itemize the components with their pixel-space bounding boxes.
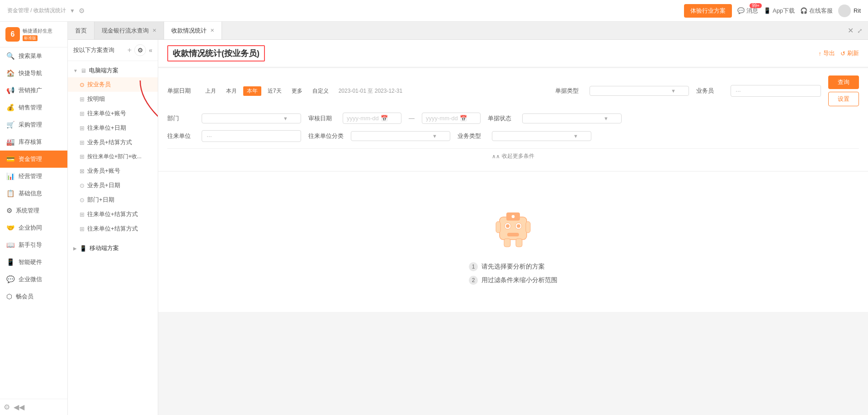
collapse-panel-icon[interactable]: « xyxy=(149,47,152,54)
counterpart-label: 往来单位 xyxy=(167,132,194,140)
scheme-item-salesperson-date[interactable]: ⊙ 业务员+日期 xyxy=(68,178,158,193)
sidebar-item-member[interactable]: ⬡ 畅会员 xyxy=(0,288,67,305)
collapse-bar[interactable]: ∧∧ 收起更多条件 xyxy=(167,148,859,164)
sidebar-item-inventory[interactable]: 🏭 库存核算 xyxy=(0,133,67,151)
counterpart-select[interactable]: ··· xyxy=(202,130,301,142)
scheme-item-by-detail[interactable]: ⊞ 按明细 xyxy=(68,92,158,106)
member-icon: ⬡ xyxy=(6,292,12,301)
user-avatar[interactable]: Rit xyxy=(838,5,861,17)
scheme-item-counterpart-settlement1[interactable]: ⊞ 往来单位+结算方式 xyxy=(68,207,158,222)
review-date-start[interactable]: yyyy-mm-dd 📅 xyxy=(343,113,401,124)
date-tab-this-year[interactable]: 本年 xyxy=(243,86,261,96)
tab-collection-close[interactable]: ✕ xyxy=(210,28,214,33)
sidebar-item-basic[interactable]: 📋 基础信息 xyxy=(0,185,67,202)
scheme-label-spa: 业务员+账号 xyxy=(87,167,120,175)
date-tab-custom[interactable]: 自定义 xyxy=(309,86,332,96)
scheme-label-spd: 业务员+日期 xyxy=(87,181,120,189)
scheme-item-counterpart-settlement2[interactable]: ⊞ 往来单位+结算方式 xyxy=(68,222,158,236)
scheme-item-by-salesperson[interactable]: ⊙ 按业务员 xyxy=(68,77,158,92)
mobile-label: 移动端方案 xyxy=(90,244,119,252)
date-tab-last-month[interactable]: 上月 xyxy=(202,86,220,96)
refresh-icon: ↺ xyxy=(840,50,845,57)
date-tab-more[interactable]: 更多 xyxy=(288,86,306,96)
sidebar-item-guide[interactable]: 📖 新手引导 xyxy=(0,236,67,254)
svg-rect-9 xyxy=(526,222,530,233)
setting-button[interactable]: 设置 xyxy=(828,92,859,106)
app-download-button[interactable]: 📱 App下载 xyxy=(764,7,795,15)
dropdown-icon[interactable]: ▼ xyxy=(70,8,75,14)
refresh-button[interactable]: ↺ 刷新 xyxy=(840,49,859,57)
filter-row-2: 部门 ▼ 审核日期 yyyy-mm-dd 📅 — yyyy-mm-dd 📅 xyxy=(167,113,859,124)
sidebar-item-sales[interactable]: 💰 销售管理 xyxy=(0,99,67,116)
scheme-icon-cpd: ⊞ xyxy=(80,125,85,132)
export-button[interactable]: ↑ 导出 xyxy=(819,49,835,57)
sidebar-item-system[interactable]: ⚙ 系统管理 xyxy=(0,202,67,219)
scheme-item-dept-date[interactable]: ⊙ 部门+日期 xyxy=(68,193,158,207)
scheme-item-counterpart-date[interactable]: ⊞ 往来单位+日期 xyxy=(68,121,158,135)
scheme-item-salesperson-settlement[interactable]: ⊞ 业务员+结算方式 xyxy=(68,135,158,150)
collapse-sidebar-icon[interactable]: ◀◀ xyxy=(14,403,24,411)
tab-bank-close[interactable]: ✕ xyxy=(152,28,156,33)
scheme-group-mobile-title[interactable]: ▶ 📱 移动端方案 xyxy=(68,241,158,255)
sidebar-label-inventory: 库存核算 xyxy=(19,138,42,146)
tab-close-all[interactable]: ✕ xyxy=(848,26,854,35)
empty-step-1: 1 请先选择要分析的方案 xyxy=(469,262,545,271)
group-icon: 🖥 xyxy=(80,67,86,74)
scheme-group-desktop-title[interactable]: ▼ 🖥 电脑端方案 xyxy=(68,64,158,77)
calendar-end-icon[interactable]: 📅 xyxy=(460,115,467,122)
sidebar-item-marketing[interactable]: 📢 营销推广 xyxy=(0,82,67,99)
date-label: 单据日期 xyxy=(167,87,194,95)
settings-bottom-icon[interactable]: ⚙ xyxy=(4,403,10,411)
tab-bank[interactable]: 现金银行流水查询 ✕ xyxy=(94,22,164,39)
counterpart-category-select[interactable]: ▼ xyxy=(351,131,450,141)
enterprise-icon: 🤝 xyxy=(6,224,15,232)
tab-restore-icon[interactable]: ⤢ xyxy=(857,27,863,34)
date-tab-7days[interactable]: 近7天 xyxy=(264,86,285,96)
content-area: 首页 现金银行流水查询 ✕ 收款情况统计 ✕ ✕ ⤢ 按以下方案查询 xyxy=(68,22,868,415)
tab-bank-label: 现金银行流水查询 xyxy=(102,27,149,35)
scheme-gear-icon[interactable]: ⚙ xyxy=(134,44,146,56)
query-button[interactable]: 查询 xyxy=(828,75,859,89)
sidebar-item-shortcut[interactable]: 🏠 快捷导航 xyxy=(0,65,67,82)
scheme-label-cps1: 往来单位+结算方式 xyxy=(87,210,138,218)
sidebar-item-hardware[interactable]: 📱 智能硬件 xyxy=(0,254,67,271)
message-button[interactable]: 💬 消息 99+ xyxy=(737,7,758,15)
group-label: 电脑端方案 xyxy=(89,66,118,75)
empty-illustration xyxy=(486,199,540,253)
review-date-end[interactable]: yyyy-mm-dd 📅 xyxy=(422,113,481,124)
tab-home[interactable]: 首页 xyxy=(68,22,94,39)
scheme-item-counterpart-dept[interactable]: ⊞ 按往来单位+部门+收... xyxy=(68,150,158,164)
sidebar-item-wechat[interactable]: 💬 企业微信 xyxy=(0,271,67,288)
sidebar-item-operation[interactable]: 📊 经营管理 xyxy=(0,168,67,185)
add-scheme-icon[interactable]: + xyxy=(127,46,132,54)
scheme-label-cps2: 往来单位+结算方式 xyxy=(87,225,138,233)
scheme-icon-cpa: ⊞ xyxy=(80,110,85,117)
business-type-select[interactable]: ▼ xyxy=(492,131,591,141)
svg-rect-10 xyxy=(504,239,510,247)
salesperson-select[interactable]: ··· xyxy=(731,85,821,97)
date-tab-this-month[interactable]: 本月 xyxy=(222,86,241,96)
calendar-start-icon[interactable]: 📅 xyxy=(381,115,388,122)
sidebar-item-enterprise[interactable]: 🤝 企业协同 xyxy=(0,219,67,236)
hardware-icon: 📱 xyxy=(6,258,15,266)
trial-button[interactable]: 体验行业方案 xyxy=(684,4,732,18)
sidebar-item-capital[interactable]: 💳 资金管理 xyxy=(0,151,67,168)
tab-collection[interactable]: 收款情况统计 ✕ xyxy=(164,22,222,39)
scheme-item-counterpart-account[interactable]: ⊞ 往来单位+账号 xyxy=(68,106,158,121)
scheme-item-salesperson-account[interactable]: ⊠ 业务员+账号 xyxy=(68,164,158,178)
step-1-text: 请先选择要分析的方案 xyxy=(481,263,545,271)
sidebar-item-search[interactable]: 🔍 搜索菜单 xyxy=(0,47,67,65)
sidebar-item-purchase[interactable]: 🛒 采购管理 xyxy=(0,116,67,133)
doc-type-select[interactable]: ▼ xyxy=(590,86,689,96)
scheme-icon-cps2: ⊞ xyxy=(80,226,85,232)
doc-status-select[interactable]: ▼ xyxy=(522,113,622,123)
step-num-1: 1 xyxy=(469,262,478,271)
scheme-label-dd: 部门+日期 xyxy=(87,196,114,204)
settings-icon[interactable]: ⚙ xyxy=(79,7,85,15)
dept-select[interactable]: ▼ xyxy=(202,113,301,123)
sidebar-label-wechat: 企业微信 xyxy=(19,275,42,283)
scheme-label-cpa: 往来单位+账号 xyxy=(87,109,126,118)
wechat-icon: 💬 xyxy=(6,275,15,283)
online-service-button[interactable]: 🎧 在线客服 xyxy=(800,7,833,15)
breadcrumb: 资金管理 / 收款情况统计 xyxy=(7,7,66,14)
